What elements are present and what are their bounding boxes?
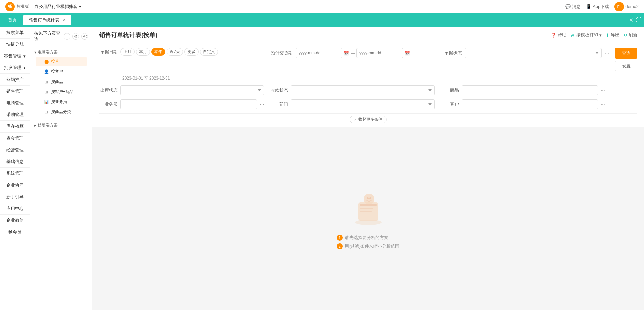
scheme-item-by-goods-category[interactable]: ⊟ 按商品分类 [36, 107, 87, 117]
sidebar-item-search[interactable]: 搜索菜单 [0, 27, 30, 39]
date-btn-this-year[interactable]: 本年 [151, 48, 165, 56]
tab-close-all-icon[interactable]: ✕ [629, 17, 633, 23]
export-icon: ⬇ [606, 33, 609, 38]
scheme-section-mobile-title[interactable]: ▸ 移动端方案 [34, 121, 88, 130]
date-btn-custom[interactable]: 自定义 [200, 48, 218, 56]
tab-stats-label: 销售订单统计表 [29, 17, 59, 23]
delivery-status-select[interactable] [120, 85, 264, 95]
department-select[interactable] [291, 99, 434, 109]
customer-input[interactable] [462, 99, 598, 109]
sidebar-item-operations[interactable]: 经营管理 [0, 144, 30, 156]
sidebar-item-sales[interactable]: 销售管理 [0, 86, 30, 97]
sidebar-item-retail-label: 零售管理 [4, 53, 21, 59]
scheme-item-by-salesperson-label: 按业务员 [51, 99, 67, 105]
sidebar-nav: 搜索菜单 快捷导航 零售管理 ▾ 批发管理 ▴ 营销推广 销售管理 电商管理 采… [0, 27, 30, 238]
goods-input[interactable] [462, 85, 598, 95]
date-btn-this-month[interactable]: 本月 [136, 48, 150, 56]
status-select[interactable] [465, 48, 602, 58]
sidebar-item-retail[interactable]: 零售管理 ▾ [0, 50, 30, 62]
sidebar-item-quick[interactable]: 快捷导航 [0, 39, 30, 50]
date-btn-last-month[interactable]: 上月 [120, 48, 135, 56]
sidebar-group-wholesale: 批发管理 ▴ [0, 62, 30, 74]
scheme-section-pc-title[interactable]: ▾ 电脑端方案 [34, 48, 88, 56]
scheme-section-pc: ▾ 电脑端方案 ⬤ 按单 👤 按客户 ⊞ 按商品 ⊞ 按客户+商品 [30, 46, 92, 119]
scheme-item-by-customer[interactable]: 👤 按客户 [36, 67, 87, 76]
circle-icon: ⬤ [44, 59, 49, 64]
grid2-icon: ⊞ [44, 89, 49, 95]
svg-point-7 [369, 197, 371, 199]
expected-date-end[interactable] [356, 48, 403, 58]
scheme-item-by-salesperson[interactable]: 📊 按业务员 [36, 97, 87, 107]
top-bar-left: 畅 标准版 办公用品行业模拟账套 ▾ [5, 2, 84, 11]
sidebar-item-ecommerce[interactable]: 电商管理 [0, 97, 30, 109]
status-filter-label: 单据状态 [443, 50, 462, 56]
tab-stats[interactable]: 销售订单统计表 ✕ [23, 15, 71, 25]
empty-tips: 1 请先选择要分析的方案 2 用[过滤]条件来缩小分析范围 [337, 235, 399, 249]
sidebar-item-basic[interactable]: 基础信息 [0, 156, 30, 168]
sidebar-item-apps[interactable]: 应用中心 [0, 203, 30, 215]
sidebar-item-marketing[interactable]: 营销推广 [0, 74, 30, 86]
app-download-button[interactable]: 📱 App下载 [586, 4, 609, 10]
calendar-start-icon[interactable]: 📅 [344, 51, 349, 56]
sidebar-item-member[interactable]: 畅会员 [0, 226, 30, 238]
workspace-chevron-icon: ▾ [79, 4, 82, 9]
scheme-item-by-goods[interactable]: ⊞ 按商品 [36, 77, 87, 87]
scheme-item-by-order[interactable]: ⬤ 按单 [36, 57, 87, 66]
status-expand-icon: ⋯ [604, 50, 610, 56]
scheme-item-by-customer-goods[interactable]: ⊞ 按客户+商品 [36, 87, 87, 97]
salesperson-input[interactable] [120, 99, 257, 109]
calendar-end-icon[interactable]: 📅 [405, 51, 410, 56]
sidebar-item-inventory[interactable]: 库存核算 [0, 121, 30, 133]
tab-bar-actions: ✕ ⛶ [629, 17, 641, 23]
svg-rect-2 [360, 204, 377, 206]
print-icon: 🖨 [571, 33, 575, 38]
empty-tip-1: 1 请先选择要分析的方案 [337, 235, 399, 241]
refresh-icon: ↻ [624, 33, 627, 38]
scheme-add-button[interactable]: + [64, 33, 70, 40]
goods-more-icon[interactable]: ··· [601, 87, 605, 93]
sidebar-item-finance[interactable]: 资金管理 [0, 133, 30, 144]
sidebar-item-purchase[interactable]: 采购管理 [0, 109, 30, 121]
sidebar-item-enterprise[interactable]: 企业协同 [0, 179, 30, 191]
date-separator: — [351, 51, 355, 56]
help-button[interactable]: ❓ 帮助 [551, 32, 567, 38]
message-button[interactable]: 💬 消息 [565, 4, 581, 10]
tab-expand-icon[interactable]: ⛶ [636, 17, 641, 23]
chevron-up-icon: ▴ [23, 65, 26, 70]
sidebar-item-newbie[interactable]: 新手引导 [0, 191, 30, 203]
workspace-selector[interactable]: 办公用品行业模拟账套 ▾ [32, 4, 84, 10]
sidebar-group-retail: 零售管理 ▾ [0, 50, 30, 62]
date-btn-more[interactable]: 更多 [184, 48, 199, 56]
page-title: 销售订单统计表(按单) [99, 31, 157, 39]
svg-rect-3 [360, 208, 373, 209]
sidebar-item-wechat[interactable]: 企业微信 [0, 215, 30, 226]
print-chevron-icon: ▾ [599, 33, 602, 38]
filter-section: 单据日期 上月 本月 本年 近7天 更多 自定义 预计交货期 [92, 43, 644, 127]
date-filter-label: 单据日期 [99, 49, 118, 55]
export-button[interactable]: ⬇ 导出 [606, 32, 620, 38]
top-bar: 畅 标准版 办公用品行业模拟账套 ▾ 💬 消息 📱 App下载 Ea demo2 [0, 0, 644, 13]
scheme-collapse-button[interactable]: ≪ [81, 33, 88, 40]
salesperson-more-icon[interactable]: ··· [260, 101, 264, 107]
expected-date-start[interactable] [296, 48, 342, 58]
settings-button[interactable]: 设置 [615, 61, 637, 71]
refresh-button[interactable]: ↻ 刷新 [624, 32, 637, 38]
tab-home[interactable]: 首页 [3, 15, 22, 25]
sidebar-item-wholesale[interactable]: 批发管理 ▴ [0, 62, 30, 73]
payment-status-select[interactable] [291, 85, 434, 95]
page-actions: ❓ 帮助 🖨 按模板打印 ▾ ⬇ 导出 ↻ 刷新 [551, 32, 637, 38]
grid-icon: ⊞ [44, 79, 49, 85]
user-profile[interactable]: Ea demo2 [614, 2, 639, 11]
svg-point-5 [364, 194, 374, 204]
customer-more-icon[interactable]: ··· [601, 101, 605, 107]
tab-close-icon[interactable]: ✕ [63, 18, 66, 22]
date-btn-last-7days[interactable]: 近7天 [167, 48, 183, 56]
scheme-settings-button[interactable]: ⚙ [72, 33, 79, 40]
sidebar-item-system[interactable]: 系统管理 [0, 168, 30, 179]
scheme-item-by-goods-label: 按商品 [51, 79, 63, 85]
date-range-display: 2023-01-01 至 2023-12-31 [122, 75, 170, 81]
print-button[interactable]: 🖨 按模板打印 ▾ [571, 32, 602, 38]
content-area: 按以下方案查询 + ⚙ ≪ ▾ 电脑端方案 ⬤ 按单 👤 [30, 27, 644, 310]
collapse-button[interactable]: ∧ 收起更多条件 [350, 116, 387, 123]
query-button[interactable]: 查询 [615, 48, 637, 59]
